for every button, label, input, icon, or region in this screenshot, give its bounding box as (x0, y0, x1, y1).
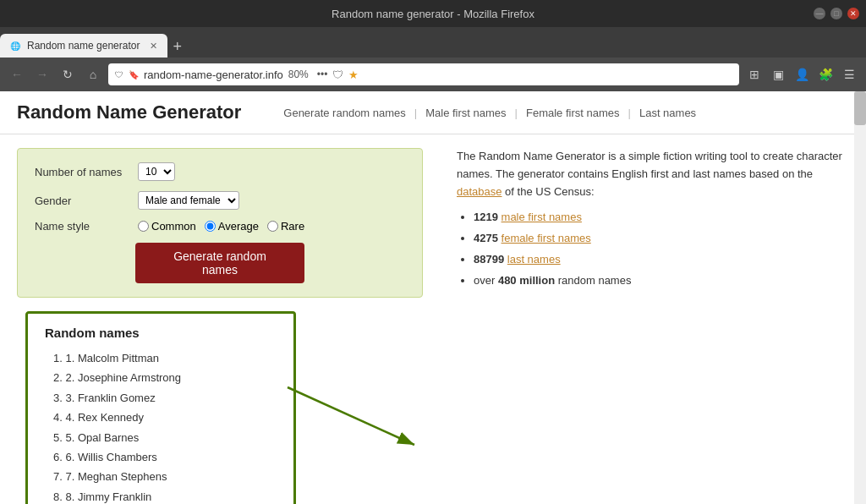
nav-female-link[interactable]: Female first names (518, 107, 628, 119)
gender-select[interactable]: Male and female Male Female (138, 191, 239, 210)
list-item: 6. Willis Chambers (53, 447, 277, 467)
shield-icon: 🛡 (115, 70, 123, 79)
site-title: Random Name Generator (17, 101, 241, 123)
list-item: 7. Meghan Stephens (53, 467, 277, 486)
list-item: 8. Jimmy Franklin (53, 487, 277, 504)
tab-groups-icon[interactable]: ▣ (768, 64, 788, 85)
style-rare-label[interactable]: Rare (267, 220, 304, 233)
menu-icon[interactable]: ☰ (839, 64, 859, 85)
style-label: Name style (35, 220, 128, 233)
list-item: 3. Franklin Gomez (53, 388, 277, 408)
right-panel: The Random Name Generator is a simple fi… (440, 134, 866, 504)
last-count: 88799 (474, 253, 504, 266)
style-average-radio[interactable] (205, 221, 216, 232)
gender-label: Gender (35, 194, 128, 207)
style-average-label[interactable]: Average (205, 220, 259, 233)
style-common-text: Common (151, 220, 196, 233)
extensions-icon[interactable]: 🧩 (815, 64, 836, 85)
female-count: 4275 (474, 232, 498, 244)
main-content: Number of names 10 25 50 Gender Male and… (0, 134, 866, 504)
desc-text1: The Random Name Generator is a simple fi… (457, 150, 842, 180)
back-button[interactable]: ← (7, 64, 27, 85)
number-select[interactable]: 10 25 50 (138, 162, 175, 181)
site-favicon: 🔖 (129, 70, 139, 79)
nav-generate-link[interactable]: Generate random names (275, 107, 414, 119)
overflow-menu-icon: ••• (317, 68, 328, 80)
close-button[interactable]: ✕ (847, 8, 859, 19)
bookmark-icon[interactable]: ★ (348, 68, 359, 81)
list-item: 1. Malcolm Pittman (53, 348, 277, 368)
profile-icon[interactable]: 👤 (792, 64, 812, 85)
arrow-svg (279, 379, 431, 455)
window-title: Random name generator - Mozilla Firefox (332, 8, 534, 20)
forward-button[interactable]: → (32, 64, 52, 85)
minimize-button[interactable]: — (814, 8, 825, 19)
nav-male-link[interactable]: Male first names (417, 107, 514, 119)
address-bar[interactable]: 🛡 🔖 random-name-generator.info 80% ••• 🛡… (108, 63, 739, 85)
shield-verify-icon: 🛡 (332, 68, 343, 81)
style-common-label[interactable]: Common (138, 220, 196, 233)
nav-icons: ⊞ ▣ 👤 🧩 ☰ (744, 64, 859, 85)
tab-label: Random name generator (27, 40, 140, 52)
database-link[interactable]: database (457, 185, 502, 198)
collections-icon[interactable]: ⊞ (744, 64, 765, 85)
gender-row: Gender Male and female Male Female (35, 191, 405, 210)
number-row: Number of names 10 25 50 (35, 162, 405, 181)
titlebar: Random name generator - Mozilla Firefox … (0, 0, 866, 27)
style-rare-radio[interactable] (267, 221, 278, 232)
scrollbar[interactable] (854, 91, 866, 504)
style-radio-group: Common Average Rare (138, 220, 304, 233)
left-panel: Number of names 10 25 50 Gender Male and… (0, 134, 440, 504)
description-text: The Random Name Generator is a simple fi… (457, 148, 849, 200)
total-count: 480 million (498, 274, 555, 287)
tab-favicon: 🌐 (10, 41, 20, 51)
number-label: Number of names (35, 166, 128, 178)
list-item: 5. Opal Barnes (53, 428, 277, 447)
style-common-radio[interactable] (138, 221, 149, 232)
home-button[interactable]: ⌂ (83, 64, 103, 85)
generate-button[interactable]: Generate random names (135, 243, 304, 283)
stat-total: over 480 million random names (474, 272, 849, 290)
new-tab-button[interactable]: + (173, 39, 182, 58)
tabbar: 🌐 Random name generator ✕ + (0, 27, 866, 58)
stat-last-names: 88799 last names (474, 251, 849, 269)
last-names-link[interactable]: last names (507, 253, 561, 266)
svg-line-1 (288, 387, 414, 445)
list-item: 2. Josephine Armstrong (53, 368, 277, 387)
refresh-button[interactable]: ↻ (58, 64, 78, 85)
style-average-text: Average (218, 220, 259, 233)
stat-male-names: 1219 male first names (474, 209, 849, 227)
male-count: 1219 (474, 211, 498, 223)
desc-text2: of the US Census: (502, 185, 595, 198)
nav-last-link[interactable]: Last names (631, 107, 704, 119)
names-box: Random names 1. Malcolm Pittman 2. Josep… (25, 311, 296, 504)
form-box: Number of names 10 25 50 Gender Male and… (17, 148, 423, 298)
style-row: Name style Common Average Rare (35, 220, 405, 233)
navbar: ← → ↻ ⌂ 🛡 🔖 random-name-generator.info 8… (0, 58, 866, 91)
style-rare-text: Rare (281, 220, 304, 233)
scrollbar-thumb[interactable] (854, 91, 866, 125)
arrow-annotation (279, 379, 431, 457)
list-item: 4. Rex Kennedy (53, 408, 277, 427)
browser-tab[interactable]: 🌐 Random name generator ✕ (0, 34, 167, 58)
female-first-names-link[interactable]: female first names (502, 232, 591, 244)
stats-list: 1219 male first names 4275 female first … (457, 209, 849, 289)
maximize-button[interactable]: □ (830, 8, 842, 19)
stat-female-names: 4275 female first names (474, 230, 849, 248)
names-list: 1. Malcolm Pittman 2. Josephine Armstron… (45, 348, 277, 504)
names-box-title: Random names (45, 326, 277, 340)
window-controls: — □ ✕ (814, 8, 859, 19)
male-first-names-link[interactable]: male first names (502, 211, 582, 223)
page-header: Random Name Generator Generate random na… (0, 91, 866, 134)
tab-close-button[interactable]: ✕ (150, 41, 157, 52)
url-display: random-name-generator.info (144, 68, 283, 81)
header-nav: Generate random names | Male first names… (275, 107, 704, 119)
zoom-control[interactable]: 80% (288, 68, 309, 80)
